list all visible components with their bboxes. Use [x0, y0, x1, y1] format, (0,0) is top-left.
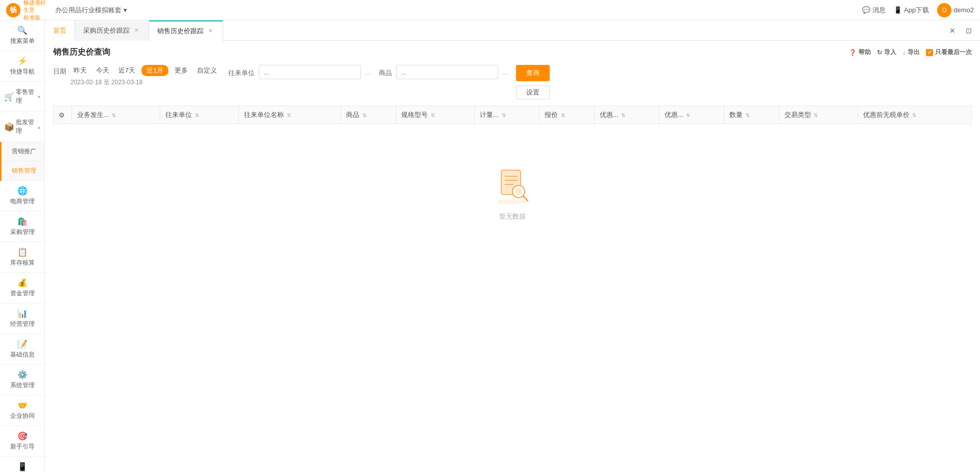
partner-input[interactable]: [259, 65, 361, 79]
chevron-up-icon: ▴: [38, 124, 40, 130]
partner-dots-button[interactable]: ...: [365, 68, 371, 76]
sidebar-item-app-center[interactable]: 📱 应用中心: [0, 457, 44, 472]
date-options-group: 昨天 今天 近7天 近1月 更多 自定义 2023-02-18 至 2023-0…: [70, 65, 220, 87]
sidebar-item-label: 搜索菜单: [10, 37, 35, 45]
logo-area: 畅 畅捷通好生意 标准版: [6, 0, 51, 21]
chevron-down-icon: ▾: [124, 6, 127, 14]
system-icon: ⚙️: [17, 370, 28, 380]
empty-text: 暂无数据: [499, 212, 526, 221]
empty-state: 暂无数据: [53, 124, 972, 262]
sidebar-item-purchase-manage[interactable]: 🛍️ 采购管理: [0, 211, 44, 242]
sidebar-item-label: 新手引导: [10, 442, 35, 451]
date-filter-group: 日期 昨天 今天 近7天 近1月 更多 自定义 2023-02-18 至 202…: [53, 65, 220, 87]
only-latest-checkbox-group[interactable]: ✓ 只看最后一次: [926, 48, 972, 57]
th-partner-name[interactable]: 往来单位名称 ⇅: [239, 106, 341, 124]
sidebar-item-ecommerce[interactable]: 🌐 电商管理: [0, 181, 44, 211]
data-table: ⚙ 业务发生... ⇅ 往来单位 ⇅ 往来单位名称: [53, 106, 972, 124]
sidebar-item-label: 销售管理: [12, 167, 36, 175]
date-opt-7days[interactable]: 近7天: [115, 65, 138, 76]
tab-purchase-history[interactable]: 采购历史价跟踪 ✕: [75, 20, 149, 41]
export-button[interactable]: ↓ 导出: [902, 48, 920, 57]
tab-close-purchase[interactable]: ✕: [133, 27, 140, 34]
th-biz-date[interactable]: 业务发生... ⇅: [72, 106, 160, 124]
app-center-icon: 📱: [17, 462, 28, 471]
tab-close-sales[interactable]: ✕: [207, 27, 214, 35]
tabs-bar: 首页 采购历史价跟踪 ✕ 销售历史价跟踪 ✕ ✕ ⊡: [45, 20, 980, 41]
th-unit[interactable]: 计量... ⇅: [475, 106, 540, 124]
date-opt-today[interactable]: 今天: [93, 65, 112, 76]
th-discount1[interactable]: 优惠... ⇅: [594, 106, 659, 124]
th-quantity[interactable]: 数量 ⇅: [724, 106, 779, 124]
date-opt-more[interactable]: 更多: [172, 65, 191, 76]
top-bar: 畅 畅捷通好生意 标准版 办公用品行业模拟账套 ▾ 💬 消息 📱 App下载 D…: [0, 0, 980, 20]
tab-close-all-button[interactable]: ✕: [945, 23, 960, 38]
sidebar-item-finance[interactable]: 💰 资金管理: [0, 273, 44, 303]
date-opt-custom[interactable]: 自定义: [194, 65, 220, 76]
goods-filter-group: 商品 ...: [379, 65, 508, 79]
logo-text: 畅捷通好生意 标准版: [23, 0, 51, 21]
empty-icon: [492, 165, 533, 206]
th-goods[interactable]: 商品 ⇅: [341, 106, 396, 124]
company-selector[interactable]: 办公用品行业模拟账套 ▾: [55, 6, 127, 15]
only-latest-checkbox[interactable]: ✓: [926, 49, 933, 56]
operations-icon: 📊: [17, 309, 28, 318]
sidebar-item-label: 资金管理: [10, 289, 35, 298]
date-opt-1month[interactable]: 近1月: [141, 65, 168, 76]
tab-sales-history[interactable]: 销售历史价跟踪 ✕: [149, 20, 223, 41]
query-button[interactable]: 查询: [516, 65, 550, 81]
th-pre-tax-price[interactable]: 优惠前无税单价 ⇅: [857, 106, 971, 124]
date-opt-yesterday[interactable]: 昨天: [70, 65, 90, 76]
sidebar-item-marketing[interactable]: 营销推广: [2, 142, 44, 161]
settings-button[interactable]: 设置: [516, 85, 550, 100]
sidebar-item-enterprise-collab[interactable]: 🤝 企业协同: [0, 395, 44, 426]
inventory-icon: 📋: [17, 247, 28, 257]
sidebar-item-system[interactable]: ⚙️ 系统管理: [0, 365, 44, 395]
purchase-icon: 🛍️: [17, 217, 28, 226]
page-title-row: 销售历史价查询 ❓ 帮助 ↻ 导入 ↓ 导出: [53, 47, 972, 58]
import-button[interactable]: ↻ 导入: [877, 48, 896, 57]
goods-input[interactable]: [396, 65, 498, 79]
tab-maximize-button[interactable]: ⊡: [962, 23, 976, 38]
date-range-display: 2023-02-18 至 2023-03-18: [70, 78, 220, 87]
logo-icon: 畅: [6, 3, 20, 17]
sidebar-item-sales-manage[interactable]: 销售管理: [2, 161, 44, 181]
avatar: D: [937, 3, 951, 17]
sort-arrows-icon: ⇅: [502, 112, 506, 118]
sort-arrows-icon: ⇅: [561, 112, 565, 118]
svg-point-0: [497, 199, 528, 204]
import-icon: ↻: [877, 49, 882, 56]
th-quote-price[interactable]: 报价 ⇅: [540, 106, 595, 124]
th-discount2[interactable]: 优惠... ⇅: [659, 106, 724, 124]
th-trade-type[interactable]: 交易类型 ⇅: [779, 106, 857, 124]
sidebar-item-basic-info[interactable]: 📝 基础信息: [0, 334, 44, 365]
sidebar-item-operations[interactable]: 📊 经营管理: [0, 303, 44, 334]
tab-home[interactable]: 首页: [45, 20, 75, 41]
sidebar-item-inventory[interactable]: 📋 库存核算: [0, 242, 44, 273]
sidebar-item-search-menu[interactable]: 🔍 搜索菜单: [0, 20, 44, 51]
svg-point-7: [515, 188, 522, 195]
date-options-row: 昨天 今天 近7天 近1月 更多 自定义: [70, 65, 220, 76]
page-title: 销售历史价查询: [53, 47, 110, 58]
sidebar-item-new-guide[interactable]: 🎯 新手引导: [0, 426, 44, 457]
sidebar-item-label: 系统管理: [10, 381, 35, 390]
goods-dots-button[interactable]: ...: [502, 68, 508, 76]
sidebar-item-wholesale-manage[interactable]: 📦 批发管理 ▴: [0, 112, 44, 142]
sidebar-item-quick-nav[interactable]: ⚡ 快捷导航: [0, 51, 44, 82]
sort-arrows-icon: ⇅: [362, 112, 366, 118]
app-download-button[interactable]: 📱 App下载: [894, 6, 929, 15]
message-button[interactable]: 💬 消息: [862, 6, 886, 15]
th-spec[interactable]: 规格型号 ⇅: [396, 106, 475, 124]
sidebar-item-retail-manage[interactable]: 🛒 零售管理 ▾: [0, 82, 44, 112]
chevron-down-icon: ▾: [38, 94, 40, 100]
th-partner-code[interactable]: 往来单位 ⇅: [160, 106, 239, 124]
th-settings[interactable]: ⚙: [54, 106, 72, 124]
help-button[interactable]: ❓ 帮助: [849, 48, 871, 57]
page-content: 销售历史价查询 ❓ 帮助 ↻ 导入 ↓ 导出: [45, 41, 980, 472]
partner-filter-group: 往来单位 ...: [228, 65, 371, 79]
table-header: ⚙ 业务发生... ⇅ 往来单位 ⇅ 往来单位名称: [54, 106, 972, 124]
sidebar-item-label: 零售管理: [16, 88, 36, 105]
wholesale-icon: 📦: [4, 122, 14, 132]
user-menu[interactable]: D demo2: [937, 3, 974, 17]
goods-filter-label: 商品: [379, 66, 392, 78]
sort-arrows-icon: ⇅: [746, 112, 750, 118]
